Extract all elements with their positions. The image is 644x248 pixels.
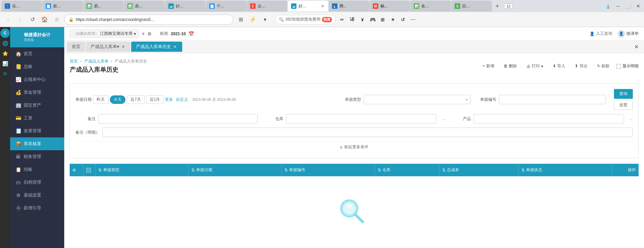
browser-tab-11[interactable]: 📊 各...	[410, 1, 451, 12]
show-detail-toggle[interactable]: 显示明细	[616, 63, 639, 69]
note-input[interactable]	[98, 114, 258, 123]
sidebar-item-tax[interactable]: 🏛 税务管理	[10, 150, 64, 163]
forward-button[interactable]: ›	[16, 15, 25, 24]
user-profile[interactable]: 👤 徐泽华	[618, 30, 639, 38]
mail-sidebar-icon[interactable]: ✉	[0, 69, 10, 78]
sidebar-item-inventory[interactable]: 📦 库存核算	[10, 137, 64, 150]
tab-close-8[interactable]: ✕	[320, 3, 325, 9]
th-warehouse[interactable]: ⇅ 仓库	[375, 164, 439, 176]
yuan-icon[interactable]: ¥	[358, 15, 367, 24]
settings-icon[interactable]: ⋯	[409, 15, 418, 24]
sidebar-item-fund[interactable]: 💰 资金管理	[10, 86, 64, 99]
sidebar-item-archive[interactable]: 🗃 归档管理	[10, 176, 64, 189]
browser-tab-1[interactable]: 📍 在...	[1, 1, 42, 12]
sidebar-item-new[interactable]: ➕ 新增引导	[10, 202, 64, 215]
company-selector[interactable]: （勿删勿禁用） 江西粮宝测试专用 ▾	[70, 29, 139, 38]
date-1month-btn[interactable]: 近1月	[146, 95, 164, 104]
date-7days-btn[interactable]: 近7天	[127, 95, 145, 104]
home-button[interactable]: 🏠	[40, 15, 49, 24]
th-number[interactable]: ⇅ 单据编号	[282, 164, 375, 176]
warehouse-input[interactable]	[286, 114, 436, 123]
tab-inventory-history-close[interactable]: ✕	[172, 44, 177, 49]
sidebar-item-home[interactable]: 🏠 首页	[10, 47, 64, 60]
close-window-button[interactable]: ✕	[634, 2, 643, 10]
date-yesterday-btn[interactable]: 昨天	[93, 95, 109, 104]
query-button[interactable]: 查询	[614, 89, 633, 99]
sidebar-item-payroll[interactable]: 💳 工资	[10, 112, 64, 125]
th-type[interactable]: ⇅ 单据类型	[95, 164, 188, 176]
back-button[interactable]: ‹	[3, 15, 13, 24]
minimize-button[interactable]: ─	[614, 2, 622, 10]
globe-icon[interactable]: 🌐	[0, 39, 10, 48]
sidebar-item-invoice[interactable]: 🧾 发票管理	[10, 125, 64, 137]
sidebar-item-ledger[interactable]: 📒 总账	[10, 60, 64, 73]
dropdown-button[interactable]: ▾	[260, 15, 270, 24]
export-button[interactable]: ⬆ 导出	[572, 62, 590, 70]
sidebar-item-asset[interactable]: 🏢 固定资产	[10, 99, 64, 112]
sidebar-item-settings[interactable]: ⚙ 基础设置	[10, 189, 64, 202]
type-select[interactable]: ▾	[364, 95, 471, 104]
breadcrumb-inventory[interactable]: 产成品入库单	[84, 59, 109, 64]
note-detail-input[interactable]	[102, 128, 633, 137]
company-settings-icon[interactable]: ⚙	[147, 31, 152, 37]
collapse-bar[interactable]: ∧ 收起更多条件	[75, 141, 633, 153]
show-detail-checkbox[interactable]	[616, 64, 621, 69]
address-input[interactable]: 🔒 https://cloud.chanjet.com/accounting/u…	[64, 15, 233, 25]
th-checkbox[interactable]	[83, 164, 95, 176]
select-all-checkbox[interactable]	[86, 168, 91, 173]
product-ellipsis-btn[interactable]: ...	[629, 116, 633, 121]
translate-icon[interactable]: 译	[348, 15, 357, 24]
period-calendar-icon[interactable]: 📅	[188, 31, 194, 37]
date-custom-btn[interactable]: 自定义	[176, 97, 188, 103]
scissors-icon[interactable]: ✂	[338, 15, 347, 24]
add-company-button[interactable]: +	[142, 31, 145, 37]
browser-tab-4[interactable]: 📊 易...	[124, 1, 165, 12]
browser-tab-5[interactable]: ☁ 好...	[165, 1, 206, 12]
tab-inventory-list-close[interactable]: ✕	[121, 44, 126, 49]
tab-count-badge[interactable]: 12	[504, 3, 513, 9]
th-status[interactable]: ⇅ 单据状态	[519, 164, 612, 176]
tab-inventory-history[interactable]: 产成品入库单历史 ✕	[131, 42, 182, 52]
chart-sidebar-icon[interactable]: 📊	[0, 59, 10, 68]
bookmark-button[interactable]: ☆	[52, 15, 62, 24]
date-more-btn[interactable]: 更多	[165, 97, 173, 103]
add-button[interactable]: + 新增	[480, 62, 497, 70]
refresh-button[interactable]: ↻ 刷新	[594, 62, 612, 70]
chanjet-icon[interactable]: C	[0, 28, 10, 38]
th-date[interactable]: ⇅ 单据日期	[188, 164, 281, 176]
user-service-button[interactable]: 👤 人工咨询	[590, 31, 612, 37]
warehouse-ellipsis-btn[interactable]: ...	[442, 116, 445, 121]
breadcrumb-home[interactable]: 首页	[70, 59, 78, 64]
tab-home[interactable]: 首页	[67, 42, 85, 52]
browser-tab-7[interactable]: C 企...	[247, 1, 287, 12]
date-today-btn[interactable]: 今天	[110, 95, 125, 104]
browser-tab-9[interactable]: 🐧 腾...	[329, 1, 369, 12]
browser-tab-2[interactable]: 📄 新...	[42, 1, 83, 12]
th-gear[interactable]: ⚙	[70, 164, 83, 176]
settings-button[interactable]: 设置	[614, 100, 633, 110]
browser-tab-3[interactable]: 📊 易...	[83, 1, 124, 12]
browser-tab-8[interactable]: ☁ 好... ✕	[288, 1, 328, 12]
sidebar-item-checkout[interactable]: 📋 结账	[10, 163, 64, 176]
th-total-cost[interactable]: ⇅ 总成本	[439, 164, 519, 176]
smart-search-box[interactable]: 🔍 360智能抠图免费用 热搜	[275, 15, 336, 24]
close-tab-panel-button[interactable]: ✕	[631, 44, 641, 50]
delete-button[interactable]: 🗑 删除	[501, 62, 520, 70]
undo-icon[interactable]: ↺	[399, 15, 407, 24]
gamepad-icon[interactable]: 🎮	[368, 15, 377, 24]
shirt-icon[interactable]: 👔	[603, 2, 612, 10]
browser-tab-6[interactable]: 📄 个...	[206, 1, 246, 12]
lightning-button[interactable]: ⚡	[248, 15, 258, 24]
new-tab-button[interactable]: +	[492, 1, 502, 11]
number-input[interactable]	[499, 95, 606, 104]
browser-tab-12[interactable]: S 目...	[451, 1, 492, 12]
star-sidebar-icon[interactable]: ⭐	[0, 49, 10, 58]
extensions-button[interactable]: ⊞	[236, 15, 245, 24]
brightness-icon[interactable]: ☀	[388, 15, 397, 24]
product-input[interactable]	[474, 114, 624, 123]
tab-inventory-list[interactable]: 产成品入库单▾ ✕	[86, 42, 130, 52]
print-button[interactable]: 🖨 打印 ▾	[524, 62, 546, 70]
reload-button[interactable]: ↺	[28, 15, 37, 24]
sidebar-item-report[interactable]: 📈 云报表中心	[10, 73, 64, 86]
grid-icon[interactable]: ⊞	[378, 15, 387, 24]
